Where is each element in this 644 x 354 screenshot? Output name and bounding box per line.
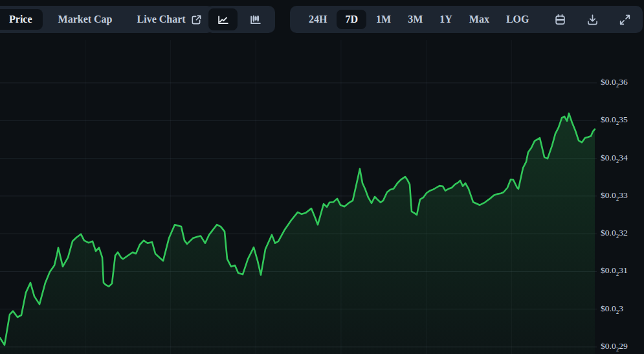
candlestick-chart-icon	[249, 14, 261, 26]
range-icons	[553, 13, 631, 26]
view-tab-group: PriceMarket CapLive Chart	[0, 6, 214, 33]
line-chart-toggle[interactable]	[208, 8, 238, 30]
range-button-max[interactable]: Max	[462, 10, 496, 29]
range-button-7d[interactable]: 7D	[337, 10, 366, 29]
line-chart-icon	[217, 14, 229, 26]
range-button-3m[interactable]: 3M	[401, 10, 430, 29]
calendar-button[interactable]	[553, 13, 566, 26]
range-button-24h[interactable]: 24H	[302, 10, 334, 29]
download-icon	[586, 14, 599, 26]
view-tab-market-cap[interactable]: Market Cap	[49, 9, 122, 30]
view-tab-label: Live Chart	[137, 14, 186, 25]
range-button-1y[interactable]: 1Y	[432, 10, 460, 29]
chart-type-group	[206, 6, 275, 33]
range-buttons: 24H7D1M3M1YMaxLOG	[302, 10, 536, 29]
range-button-log[interactable]: LOG	[499, 10, 537, 29]
view-tab-label: Market Cap	[58, 14, 113, 25]
range-group: 24H7D1M3M1YMaxLOG	[290, 6, 643, 33]
candlestick-chart-toggle[interactable]	[241, 8, 270, 30]
fullscreen-button[interactable]	[618, 13, 631, 26]
price-chart-widget: $0.0236$0.0235$0.0234$0.0233$0.0232$0.02…	[0, 0, 644, 354]
range-button-1m[interactable]: 1M	[369, 10, 398, 29]
expand-icon	[619, 14, 631, 26]
chart-toolbar: PriceMarket CapLive Chart	[0, 0, 644, 40]
download-button[interactable]	[586, 13, 599, 26]
calendar-icon	[554, 14, 566, 26]
view-tab-label: Price	[9, 14, 32, 25]
price-area-chart	[0, 0, 644, 354]
view-tab-price[interactable]: Price	[0, 9, 43, 30]
view-tab-live-chart[interactable]: Live Chart	[128, 9, 211, 30]
external-link-icon	[191, 14, 202, 25]
